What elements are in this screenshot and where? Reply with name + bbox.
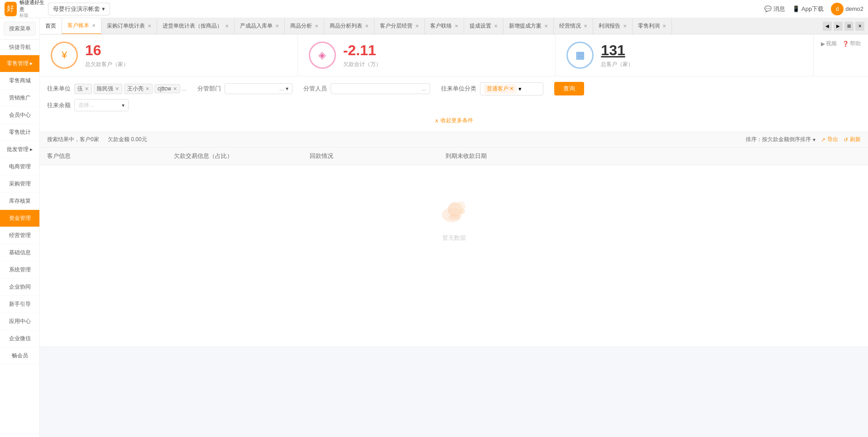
sidebar-item-label: 畅会员	[12, 352, 28, 359]
tab-label: 利润报告	[599, 22, 620, 30]
account-select[interactable]: 母婴行业演示帐套 ▾	[48, 3, 110, 15]
tab-prev-btn[interactable]: ◀	[823, 22, 832, 31]
tab-new-raise-plan[interactable]: 新增提成方案 ✕	[504, 18, 554, 34]
sidebar-item-purchase[interactable]: 采购管理	[0, 176, 39, 193]
tab-close-icon[interactable]: ✕	[455, 24, 458, 28]
sidebar-item-retail-stats[interactable]: 零售统计	[0, 124, 39, 141]
refresh-btn[interactable]: ↺ 刷新	[844, 136, 861, 143]
page-content: ¥ 16 总欠款客户（家） ◈ -2.11 欠款合计（万）	[40, 34, 868, 437]
category-tag-close[interactable]: ✕	[509, 86, 514, 92]
sidebar-item-retail-management[interactable]: 零售管理 ▸	[0, 55, 39, 72]
collapse-icon: ∧	[435, 118, 439, 124]
total-customers-icon-area: ▦	[566, 42, 594, 69]
sidebar-item-newbie[interactable]: 新手引导	[0, 296, 39, 313]
sidebar-item-ecommerce[interactable]: 电商管理	[0, 158, 39, 176]
unit-category-select[interactable]: 普通客户 ✕ ▾	[480, 82, 543, 95]
video-btn[interactable]: ▶ 视频	[821, 40, 837, 48]
filter-row-2: 往来余额 选择... ▾	[47, 99, 861, 111]
tab-purchase-order-stats[interactable]: 采购订单统计表 ✕	[101, 18, 157, 34]
filter-tags: 伍 ✕ 陈民强 ✕ 王小亮 ✕ cjttcw ✕	[74, 84, 187, 94]
tab-product-analysis[interactable]: 商品分析 ✕	[285, 18, 324, 34]
sidebar-item-basic-info[interactable]: 基础信息	[0, 244, 39, 261]
tag-label: 陈民强	[97, 85, 113, 93]
export-btn[interactable]: ↗ 导出	[821, 136, 838, 143]
sidebar-item-capital[interactable]: 资金管理	[0, 210, 39, 227]
tag-close-chen[interactable]: ✕	[115, 86, 119, 92]
tab-next-btn[interactable]: ▶	[834, 22, 843, 31]
tag-label: 王小亮	[127, 85, 144, 93]
tab-close-icon[interactable]: ✕	[315, 24, 318, 28]
tab-customer-book[interactable]: 客户账本 ✕	[62, 18, 101, 34]
user-area[interactable]: d demo2	[831, 3, 863, 15]
tab-customer-contact[interactable]: 客户联络 ✕	[425, 18, 464, 34]
sidebar-item-vip-member[interactable]: 畅会员	[0, 347, 39, 365]
tab-inbound-stats[interactable]: 进货单统计表（按商品） ✕	[157, 18, 235, 34]
query-btn[interactable]: 查询	[554, 82, 584, 95]
sidebar-search-btn[interactable]: 搜索菜单	[4, 22, 36, 36]
app-download-btn[interactable]: 📱 App下载	[792, 5, 824, 13]
collapse-label: 收起更多条件	[441, 117, 473, 124]
tag-close-wu[interactable]: ✕	[85, 86, 89, 92]
tag-close-cjttcw[interactable]: ✕	[173, 86, 177, 92]
tab-label: 商品分析列表	[330, 22, 362, 30]
message-icon: 💬	[764, 5, 772, 12]
sidebar-item-marketing[interactable]: 营销推广	[0, 90, 39, 107]
filter-more-tags[interactable]: ...	[182, 86, 187, 92]
tab-close-icon[interactable]: ✕	[225, 24, 229, 28]
tab-home[interactable]: 首页	[40, 18, 62, 34]
sidebar-item-app-center[interactable]: 应用中心	[0, 313, 39, 330]
sidebar-item-enterprise-wechat[interactable]: 企业微信	[0, 330, 39, 347]
tab-close-icon[interactable]: ✕	[623, 24, 627, 28]
stat-help-area: ▶ 视频 ❓ 帮助	[814, 34, 868, 76]
tab-close-icon[interactable]: ✕	[544, 24, 548, 28]
refresh-icon: ↺	[844, 137, 848, 143]
tab-close-icon[interactable]: ✕	[275, 24, 279, 28]
account-dropdown-icon: ▾	[102, 5, 105, 12]
collapse-btn[interactable]: ∧ 收起更多条件	[47, 115, 861, 126]
tab-profit-report[interactable]: 利润报告 ✕	[593, 18, 633, 34]
tab-product-inbound[interactable]: 产成品入库单 ✕	[235, 18, 285, 34]
sidebar-item-operation[interactable]: 经营管理	[0, 227, 39, 244]
stat-credit-total: ◈ -2.11 欠款合计（万）	[298, 34, 556, 76]
tag-close-wang[interactable]: ✕	[145, 86, 149, 92]
tab-close-icon[interactable]: ✕	[365, 24, 369, 28]
tab-expand-btn[interactable]: ⊞	[844, 22, 854, 31]
sidebar-item-inventory[interactable]: 库存核算	[0, 193, 39, 210]
sidebar-item-retail-mall[interactable]: 零售商城	[0, 72, 39, 90]
sidebar-item-label: 零售统计	[9, 129, 31, 135]
tab-close-icon[interactable]: ✕	[494, 24, 498, 28]
person-select[interactable]: ...	[331, 83, 430, 94]
app-icon: 📱	[792, 5, 800, 12]
main-layout: 搜索菜单 快捷导航 零售管理 ▸ 零售商城 营销推广 会员中心 零售统计 批发管…	[0, 18, 868, 437]
tab-close-icon[interactable]: ✕	[148, 24, 151, 28]
sidebar-item-member-center[interactable]: 会员中心	[0, 107, 39, 124]
message-btn[interactable]: 💬 消息	[764, 5, 785, 13]
dept-select[interactable]: ... ▾	[225, 83, 293, 94]
tab-close-icon[interactable]: ✕	[584, 24, 587, 28]
col-repayment: 回款情况	[310, 152, 446, 160]
filter-row-1: 往来单位 伍 ✕ 陈民强 ✕ 王小亮 ✕	[47, 82, 861, 95]
tab-raise-settings[interactable]: 提成设置 ✕	[464, 18, 504, 34]
help-btn[interactable]: ❓ 帮助	[842, 40, 861, 48]
tab-product-analysis-list[interactable]: 商品分析列表 ✕	[324, 18, 374, 34]
balance-select[interactable]: 选择... ▾	[74, 99, 129, 111]
sidebar-item-enterprise-coop[interactable]: 企业协同	[0, 279, 39, 296]
home-tab-label: 首页	[45, 22, 56, 30]
category-dropdown-icon: ▾	[518, 86, 522, 92]
username: demo2	[845, 5, 863, 12]
sort-icon: ▾	[813, 137, 815, 143]
quick-nav-btn[interactable]: 快捷导航	[0, 40, 39, 55]
help-label: 帮助	[850, 40, 861, 48]
sidebar-item-system[interactable]: 系统管理	[0, 261, 39, 279]
tab-close-all-btn[interactable]: ✕	[855, 22, 864, 31]
sidebar-item-batch-management[interactable]: 批发管理 ▸	[0, 141, 39, 158]
account-name: 母婴行业演示帐套	[53, 5, 100, 13]
tab-close-icon[interactable]: ✕	[92, 23, 96, 28]
credit-customers-label: 总欠款客户（家）	[85, 61, 129, 68]
tab-retail-profit[interactable]: 零售利润 ✕	[633, 18, 672, 34]
tab-customer-tier[interactable]: 客户分层经营 ✕	[374, 18, 425, 34]
tab-operation-status[interactable]: 经营情况 ✕	[554, 18, 593, 34]
tab-close-icon[interactable]: ✕	[662, 24, 666, 28]
tab-close-icon[interactable]: ✕	[415, 24, 419, 28]
sort-select[interactable]: 排序：按欠款金额倒序排序 ▾	[746, 136, 815, 143]
